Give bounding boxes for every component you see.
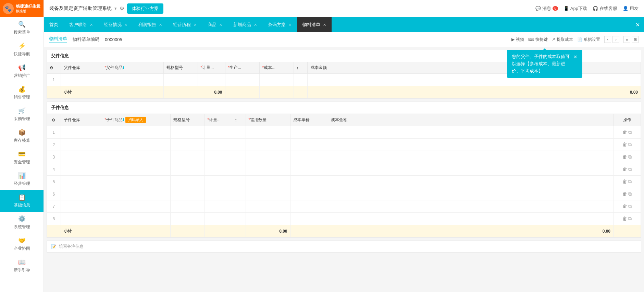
sidebar-item-search[interactable]: 🔍搜索菜单: [0, 17, 44, 39]
child-warehouse-cell[interactable]: [61, 139, 102, 151]
sidebar-item-quick-nav[interactable]: ⚡快捷导航: [0, 39, 44, 60]
close-tab-new-goods[interactable]: ✕: [254, 23, 257, 27]
child-unit-cell[interactable]: [205, 163, 232, 176]
delete-icon[interactable]: 🗑: [622, 142, 627, 147]
delete-icon[interactable]: 🗑: [622, 191, 627, 197]
parent-col-setting[interactable]: ⚙: [47, 62, 61, 74]
close-tab-bom[interactable]: ✕: [323, 23, 326, 27]
child-spec-cell[interactable]: [170, 139, 205, 151]
parent-product-cell[interactable]: [102, 74, 163, 86]
shortcut-button[interactable]: ⌨ 快捷键: [528, 37, 548, 43]
close-tab-profit[interactable]: ✕: [159, 23, 162, 27]
copy-icon[interactable]: ⧉: [628, 179, 632, 184]
copy-icon[interactable]: ⧉: [628, 142, 632, 147]
prev-page-button[interactable]: ‹: [604, 36, 611, 43]
child-qty-cell[interactable]: [246, 151, 290, 163]
child-warehouse-cell[interactable]: [61, 151, 102, 163]
view-button[interactable]: ▶ 视频: [511, 37, 524, 43]
child-price-cell[interactable]: [290, 126, 328, 139]
child-qty-cell[interactable]: [246, 176, 290, 188]
tab-bom[interactable]: 物料清单: [49, 36, 67, 43]
nav-tab-customers[interactable]: 客户联络✕: [64, 17, 98, 32]
sidebar-item-cooperation[interactable]: 🤝企业协同: [0, 233, 44, 255]
sidebar-item-basic-info[interactable]: 📋基础信息: [0, 190, 44, 212]
grid-view-button[interactable]: ⊞: [632, 36, 639, 43]
nav-tab-home[interactable]: 首页: [44, 17, 64, 32]
extract-cost-button[interactable]: ↗ 提取成本: [552, 37, 573, 43]
parent-warehouse-cell[interactable]: [61, 74, 102, 86]
child-price-cell[interactable]: [290, 139, 328, 151]
online-support-button[interactable]: 🎧 在线客服: [593, 5, 617, 12]
delete-icon[interactable]: 🗑: [622, 179, 627, 184]
child-product-cell[interactable]: [102, 139, 170, 151]
trial-button[interactable]: 体验行业方案: [127, 3, 163, 14]
copy-icon[interactable]: ⧉: [628, 216, 632, 221]
child-product-cell[interactable]: [102, 126, 170, 139]
parent-produce-cell[interactable]: [225, 74, 259, 86]
child-qty-cell[interactable]: [246, 213, 290, 225]
sidebar-item-system[interactable]: ⚙️系统管理: [0, 212, 44, 233]
next-page-button[interactable]: ›: [612, 36, 619, 43]
child-warehouse-cell[interactable]: [61, 163, 102, 176]
child-warehouse-cell[interactable]: [61, 188, 102, 200]
child-spec-cell[interactable]: [170, 188, 205, 200]
child-spec-cell[interactable]: [170, 163, 205, 176]
sidebar-item-sales[interactable]: 💰销售管理: [0, 82, 44, 104]
child-warehouse-cell[interactable]: [61, 126, 102, 139]
delete-icon[interactable]: 🗑: [622, 203, 627, 209]
scan-input-button[interactable]: 扫码录入: [125, 117, 146, 123]
sidebar-item-marketing[interactable]: 📢营销推广: [0, 60, 44, 82]
child-product-cell[interactable]: [102, 151, 170, 163]
settings-icon[interactable]: ⚙: [120, 5, 124, 12]
close-tab-goods[interactable]: ✕: [219, 23, 222, 27]
child-unit-cell[interactable]: [205, 213, 232, 225]
delete-icon[interactable]: 🗑: [622, 154, 627, 160]
sidebar-item-guide[interactable]: 📖新手引导: [0, 255, 44, 277]
child-spec-cell[interactable]: [170, 176, 205, 188]
child-qty-cell[interactable]: [246, 163, 290, 176]
copy-icon[interactable]: ⧉: [628, 129, 632, 135]
child-qty-cell[interactable]: [246, 188, 290, 200]
nav-tab-profit[interactable]: 利润报告✕: [133, 17, 168, 32]
child-price-cell[interactable]: [290, 188, 328, 200]
sidebar-item-finance[interactable]: 💳资金管理: [0, 147, 44, 168]
parent-unit-cell[interactable]: [198, 74, 225, 86]
sidebar-item-operations[interactable]: 📊经营管理: [0, 168, 44, 190]
child-unit-cell[interactable]: [205, 151, 232, 163]
child-spec-cell[interactable]: [170, 200, 205, 213]
parent-cost-cell[interactable]: [259, 74, 294, 86]
child-unit-cell[interactable]: [205, 139, 232, 151]
parent-spec-cell[interactable]: [163, 74, 198, 86]
child-unit-cell[interactable]: [205, 126, 232, 139]
child-price-cell[interactable]: [290, 200, 328, 213]
copy-icon[interactable]: ⧉: [628, 166, 632, 172]
close-all-tabs-button[interactable]: ✕: [631, 22, 644, 28]
sidebar-item-purchase[interactable]: 🛒采购管理: [0, 104, 44, 125]
sidebar-item-inventory[interactable]: 📦库存核算: [0, 125, 44, 147]
child-qty-cell[interactable]: [246, 126, 290, 139]
child-price-cell[interactable]: [290, 176, 328, 188]
child-unit-cell[interactable]: [205, 200, 232, 213]
nav-tab-barcode[interactable]: 条码方案✕: [262, 17, 297, 32]
nav-tab-goods[interactable]: 商品✕: [202, 17, 228, 32]
child-unit-cell[interactable]: [205, 176, 232, 188]
close-tab-history[interactable]: ✕: [194, 23, 197, 27]
child-spec-cell[interactable]: [170, 126, 205, 139]
child-col-setting[interactable]: ⚙: [47, 114, 61, 126]
dropdown-arrow-icon[interactable]: ▾: [114, 6, 117, 11]
delete-icon[interactable]: 🗑: [622, 166, 627, 172]
user-button[interactable]: 👤 用友: [623, 5, 639, 12]
tooltip-close-button[interactable]: ✕: [573, 53, 578, 61]
app-download-button[interactable]: 📱 App下载: [564, 5, 587, 12]
copy-icon[interactable]: ⧉: [628, 203, 632, 209]
child-spec-cell[interactable]: [170, 151, 205, 163]
child-spec-cell[interactable]: [170, 213, 205, 225]
copy-icon[interactable]: ⧉: [628, 191, 632, 197]
child-qty-cell[interactable]: [246, 200, 290, 213]
delete-icon[interactable]: 🗑: [622, 216, 627, 221]
child-price-cell[interactable]: [290, 151, 328, 163]
list-view-button[interactable]: ≡: [623, 36, 630, 43]
single-setting-button[interactable]: 📄 单据设置: [577, 37, 600, 43]
message-button[interactable]: 💬 消息 6: [535, 5, 558, 12]
child-price-cell[interactable]: [290, 163, 328, 176]
